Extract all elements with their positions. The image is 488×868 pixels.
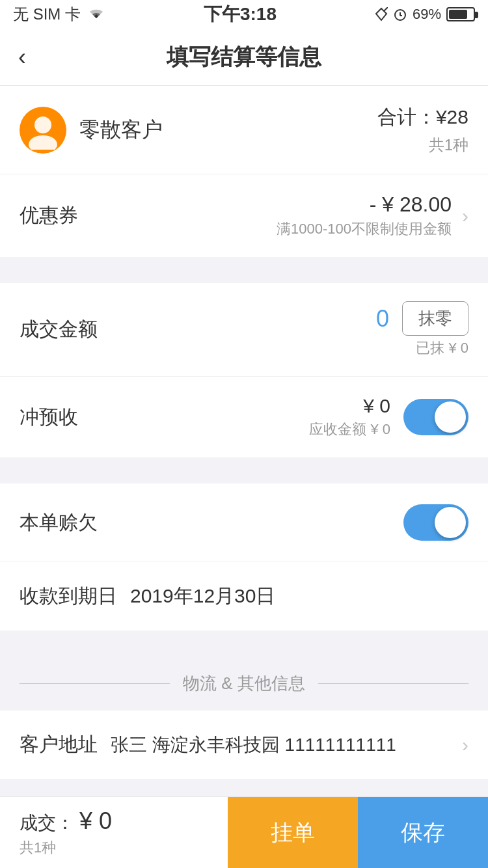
prepay-amounts: ¥ 0 应收金额 ¥ 0 — [309, 395, 390, 439]
coupon-desc: 满1000-100不限制使用金额 — [277, 219, 452, 239]
logistics-text: 物流 & 其他信息 — [183, 672, 305, 695]
duedate-value: 2019年12月30日 — [130, 583, 275, 610]
status-left: 无 SIM 卡 — [13, 4, 105, 25]
transaction-amount[interactable]: 0 — [376, 305, 389, 332]
summary-count: 共1种 — [20, 838, 208, 858]
customer-avatar — [20, 107, 66, 154]
duedate-label: 收款到期日 — [20, 583, 117, 610]
wifi-icon — [87, 8, 105, 21]
logistics-divider: 物流 & 其他信息 — [0, 657, 488, 711]
customer-count: 共1种 — [377, 135, 468, 156]
location-icon — [375, 7, 388, 21]
prepay-toggle[interactable] — [403, 399, 468, 435]
coupon-amount: - ¥ 28.00 — [277, 193, 452, 217]
address-section: 客户地址 张三 海淀永丰科技园 11111111111 › — [0, 711, 488, 779]
prepay-label: 冲预收 — [20, 404, 78, 431]
divider-1 — [0, 270, 488, 283]
summary-amount: ¥ 0 — [79, 807, 112, 835]
transaction-row: 成交金额 0 抹零 已抹 ¥ 0 — [0, 283, 488, 377]
debt-section: 本单赊欠 收款到期日 2019年12月30日 — [0, 483, 488, 631]
prepay-right: ¥ 0 应收金额 ¥ 0 — [309, 395, 468, 439]
address-label: 客户地址 — [20, 731, 98, 758]
summary-main: 成交： ¥ 0 — [20, 807, 208, 835]
svg-point-5 — [29, 135, 57, 150]
no-sim-text: 无 SIM 卡 — [13, 4, 81, 25]
status-right: 69% — [375, 6, 475, 23]
divider-line-left — [20, 683, 170, 684]
address-chevron: › — [462, 734, 468, 756]
customer-right: 合计：¥28 共1种 — [377, 104, 468, 156]
debt-toggle-knob — [435, 507, 466, 538]
debt-row: 本单赊欠 — [0, 483, 488, 562]
coupon-label: 优惠券 — [20, 202, 78, 229]
address-value: 张三 海淀永丰科技园 11111111111 — [111, 733, 455, 757]
customer-row: 零散客户 合计：¥28 共1种 — [0, 86, 488, 174]
customer-left: 零散客户 — [20, 107, 163, 154]
summary-label: 成交： — [20, 811, 74, 835]
hang-order-button[interactable]: 挂单 — [228, 797, 358, 869]
transaction-section: 成交金额 0 抹零 已抹 ¥ 0 冲预收 ¥ 0 应收金额 ¥ 0 — [0, 283, 488, 457]
coupon-right: - ¥ 28.00 满1000-100不限制使用金额 › — [277, 193, 468, 239]
back-button[interactable]: ‹ — [18, 44, 26, 71]
coupon-info: - ¥ 28.00 满1000-100不限制使用金额 — [277, 193, 452, 239]
transaction-controls: 0 抹零 — [376, 301, 468, 336]
customer-section: 零散客户 合计：¥28 共1种 优惠券 - ¥ 28.00 满1000-100不… — [0, 86, 488, 257]
nav-bar: ‹ 填写结算等信息 — [0, 29, 488, 86]
toggle-knob — [435, 401, 466, 433]
status-time: 下午3:18 — [204, 2, 277, 27]
bottom-summary: 成交： ¥ 0 共1种 — [0, 807, 228, 858]
svg-point-4 — [34, 116, 51, 133]
transaction-label: 成交金额 — [20, 316, 98, 343]
bottom-bar: 成交： ¥ 0 共1种 挂单 保存 — [0, 796, 488, 868]
transaction-sub: 已抹 ¥ 0 — [376, 338, 468, 358]
battery-percent: 69% — [413, 6, 441, 23]
transaction-right: 0 抹零 已抹 ¥ 0 — [376, 301, 468, 358]
round-zero-button[interactable]: 抹零 — [402, 301, 468, 336]
duedate-row: 收款到期日 2019年12月30日 — [0, 562, 488, 631]
alarm-icon — [393, 7, 407, 21]
debt-toggle[interactable] — [403, 504, 468, 541]
divider-2 — [0, 470, 488, 483]
status-bar: 无 SIM 卡 下午3:18 69% — [0, 0, 488, 29]
customer-name: 零散客户 — [79, 116, 163, 144]
divider-3 — [0, 644, 488, 657]
address-row[interactable]: 客户地址 张三 海淀永丰科技园 11111111111 › — [0, 711, 488, 779]
page-title: 填写结算等信息 — [167, 42, 321, 72]
prepay-row: 冲预收 ¥ 0 应收金额 ¥ 0 — [0, 377, 488, 457]
coupon-row[interactable]: 优惠券 - ¥ 28.00 满1000-100不限制使用金额 › — [0, 174, 488, 257]
coupon-chevron: › — [462, 205, 468, 227]
divider-line-right — [318, 683, 468, 684]
debt-label: 本单赊欠 — [20, 509, 98, 536]
svg-line-0 — [384, 7, 388, 11]
main-content: 零散客户 合计：¥28 共1种 优惠券 - ¥ 28.00 满1000-100不… — [0, 86, 488, 868]
prepay-sub: 应收金额 ¥ 0 — [309, 420, 390, 439]
save-button[interactable]: 保存 — [358, 797, 488, 869]
customer-total: 合计：¥28 — [377, 104, 468, 131]
prepay-main: ¥ 0 — [309, 395, 390, 417]
battery-icon — [446, 7, 475, 21]
